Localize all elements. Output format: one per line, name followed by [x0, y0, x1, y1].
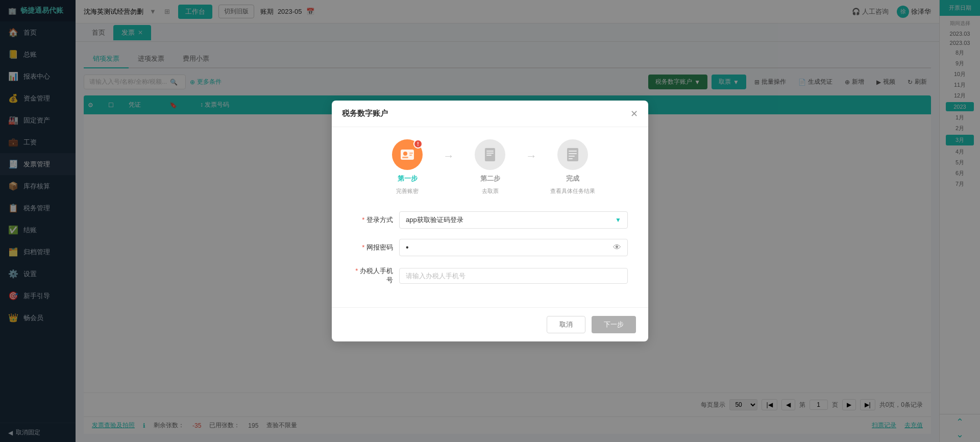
step-2-desc: 去取票	[482, 187, 499, 195]
svg-rect-12	[569, 156, 575, 157]
step-arrow-2: →	[526, 139, 537, 163]
next-btn[interactable]: 下一步	[592, 316, 636, 333]
svg-rect-9	[567, 148, 578, 161]
modal-overlay[interactable]: 税务数字账户 ✕ !	[0, 0, 980, 442]
modal-body: ! 第一步 完善账密 → 第	[332, 127, 648, 307]
svg-rect-10	[569, 151, 577, 152]
cancel-btn[interactable]: 取消	[547, 316, 585, 333]
step-1: ! 第一步 完善账密	[372, 139, 443, 195]
step-2-icon	[475, 139, 505, 170]
tax-account-modal: 税务数字账户 ✕ !	[332, 101, 648, 341]
login-method-label: 登录方式	[352, 215, 393, 225]
svg-point-1	[403, 152, 407, 156]
select-arrow-icon: ▼	[615, 216, 621, 224]
step-1-title: 第一步	[398, 174, 418, 183]
step-3: 完成 查看具体任务结果	[537, 139, 608, 195]
svg-rect-13	[569, 158, 573, 159]
form-row-password: 网报密码 • 👁	[352, 239, 628, 256]
modal-close-btn[interactable]: ✕	[630, 109, 638, 118]
modal-footer: 取消 下一步	[332, 307, 648, 341]
login-method-value: app获取验证码登录	[406, 215, 463, 225]
modal-title: 税务数字账户	[342, 109, 388, 118]
checklist-svg	[565, 146, 581, 163]
svg-rect-4	[409, 155, 412, 156]
step-1-error-badge: !	[413, 139, 423, 149]
step-2-title: 第二步	[480, 174, 500, 183]
svg-rect-3	[409, 153, 413, 154]
user-card-svg	[399, 146, 415, 163]
step-3-desc: 查看具体任务结果	[550, 187, 595, 195]
step-1-icon: !	[392, 139, 423, 170]
svg-rect-11	[569, 153, 577, 154]
step-3-icon	[557, 139, 588, 170]
password-field[interactable]: • 👁	[399, 239, 628, 256]
eye-icon[interactable]: 👁	[613, 243, 621, 252]
password-label: 网报密码	[352, 243, 393, 252]
step-1-desc: 完善账密	[396, 187, 419, 195]
form-row-login-method: 登录方式 app获取验证码登录 ▼	[352, 211, 628, 229]
taxpayer-phone-label: 办税人手机号	[352, 266, 393, 285]
svg-rect-7	[486, 153, 494, 154]
password-value: •	[406, 243, 411, 252]
step-2: 第二步 去取票	[454, 139, 526, 195]
modal-header: 税务数字账户 ✕	[332, 101, 648, 127]
login-method-select[interactable]: app获取验证码登录 ▼	[399, 211, 628, 229]
form-row-phone: 办税人手机号	[352, 266, 628, 285]
taxpayer-phone-input[interactable]	[399, 268, 628, 284]
svg-rect-6	[486, 151, 494, 152]
svg-rect-2	[402, 157, 408, 158]
step-3-title: 完成	[566, 174, 579, 183]
step-arrow-1: →	[443, 139, 454, 163]
svg-rect-8	[486, 155, 492, 156]
steps: ! 第一步 完善账密 → 第	[352, 139, 628, 195]
document-svg	[482, 146, 498, 163]
